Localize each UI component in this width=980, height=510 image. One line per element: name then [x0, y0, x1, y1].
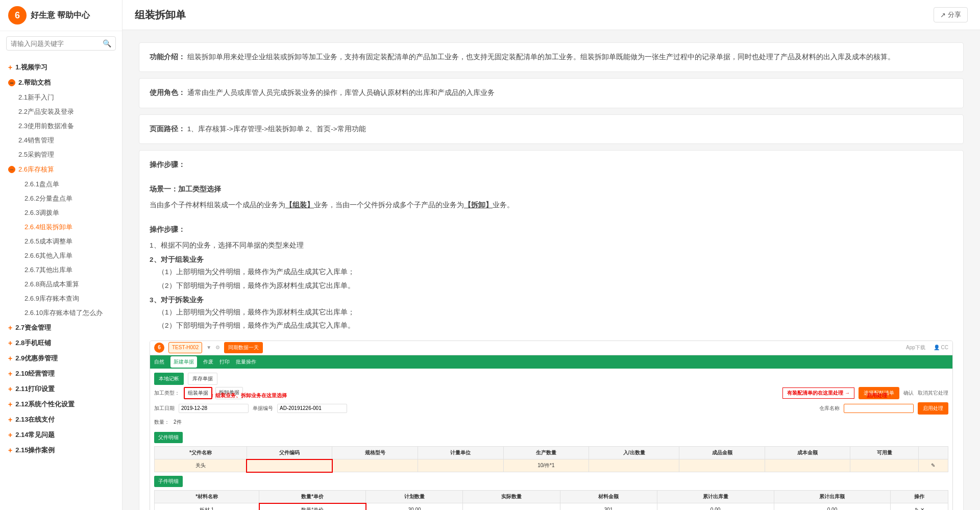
- sidebar-item-data[interactable]: 2.3使用前数据准备: [0, 119, 122, 133]
- sidebar-item-costreset[interactable]: 2.6.8商品成本重算: [0, 277, 122, 292]
- sidebar-header: 6 好生意 帮助中心: [0, 0, 122, 31]
- app-confirm-label: 确认: [903, 388, 914, 398]
- plus-icon: +: [8, 63, 12, 71]
- annotation-assembly: ↑ 组装业务、拆卸业务在这里选择: [211, 391, 287, 400]
- intro-label: 功能介绍：: [150, 53, 185, 61]
- td-action[interactable]: ✎: [918, 459, 948, 472]
- sidebar-item-finance[interactable]: + 2.7资金管理: [0, 320, 122, 335]
- step2: 2、对于组装业务: [150, 254, 953, 266]
- sidebar-item-sales[interactable]: 2.4销售管理: [0, 133, 122, 148]
- app-type-label: 加工类型：: [154, 388, 180, 398]
- search-input[interactable]: [11, 40, 103, 47]
- sidebar-item-faq[interactable]: + 2.14常见问题: [0, 427, 122, 443]
- sidebar-item-onlinepay[interactable]: + 2.13在线支付: [0, 412, 122, 427]
- th-material-name: *材料名称: [155, 490, 259, 503]
- path-body: 1、库存核算->库存管理->组装拆卸单 2、首页->常用功能: [187, 125, 366, 133]
- steps-title: 操作步骤：: [150, 159, 953, 171]
- app-nav-home[interactable]: 自然: [154, 357, 164, 367]
- app-nav-print[interactable]: 打印: [219, 357, 230, 367]
- step1: 1、根据不同的业务，选择不同单据的类型来处理: [150, 239, 953, 252]
- app-tabs: 本地记帐 库存单据: [154, 373, 948, 385]
- sidebar-item-stocktake[interactable]: 2.6.1盘点单: [0, 177, 122, 191]
- share-icon: ↗: [940, 11, 946, 19]
- app-nav-new[interactable]: 新建单据: [170, 356, 197, 368]
- sidebar-item-purchase[interactable]: 2.5采购管理: [0, 148, 122, 162]
- app-qty-label: 数量：: [154, 418, 169, 427]
- td-mat1-amt: 301: [560, 503, 657, 510]
- app-download: App下载: [906, 343, 925, 352]
- sidebar-item-label: 2.9优惠券管理: [15, 354, 58, 363]
- scene1-desc-text: 当由多个子件材料组装成一个成品的业务为【组装】业务，当由一个父件拆分成多个子产品…: [150, 201, 514, 209]
- sidebar-item-adjust[interactable]: 2.6.3调拨单: [0, 206, 122, 220]
- app-tab-local[interactable]: 本地记帐: [154, 373, 184, 385]
- app-sync-btn[interactable]: 同期数据一天: [224, 342, 263, 353]
- plus-icon-coupon: +: [8, 354, 12, 362]
- th-unit: 计量单位: [418, 446, 504, 459]
- sidebar-item-inventory[interactable]: − 2.6库存核算: [0, 162, 122, 177]
- sidebar-item-mobile[interactable]: + 2.8手机旺铺: [0, 335, 122, 351]
- search-box[interactable]: 🔍: [6, 36, 116, 51]
- app-screenshot-container: 6 TEST-H002 ▼ ⚙ 同期数据一天 App下载 👤 CC 自然 新建单…: [150, 341, 953, 510]
- sidebar-item-label: 2.7资金管理: [15, 323, 51, 332]
- role-body: 通常由生产人员或库管人员完成拆装业务的操作，库管人员确认原材料的出库和产成品的入…: [187, 89, 495, 96]
- app-upper-section: 父件明细: [154, 432, 183, 443]
- app-tab-stock[interactable]: 库存单据: [188, 373, 217, 385]
- app-process-btn[interactable]: 启用处理: [918, 402, 948, 415]
- sidebar-item-stockerror[interactable]: 2.6.10库存账本错了怎么办: [0, 306, 122, 320]
- sidebar-item-ops[interactable]: + 2.10经营管理: [0, 366, 122, 381]
- sidebar-item-new[interactable]: 2.1新手入门: [0, 90, 122, 105]
- th-op: 操作: [891, 490, 948, 503]
- app-nav-bar: 自然 新建单据 作废 打印 批量操作: [150, 355, 952, 369]
- sidebar-item-distribution[interactable]: 2.6.2分量盘点单: [0, 191, 122, 206]
- search-icon[interactable]: 🔍: [103, 39, 111, 47]
- steps-intro: 操作步骤：: [150, 224, 953, 236]
- intro-section: 功能介绍： 组装拆卸单用来处理企业组装或拆卸等加工业务，支持有固定装配清单的产品…: [139, 42, 964, 72]
- app-bill-input[interactable]: [277, 404, 347, 413]
- sidebar-item-stockcheck[interactable]: 2.6.9库存账本查询: [0, 292, 122, 306]
- app-nav-void[interactable]: 作废: [203, 357, 213, 367]
- app-alert-text: 有装配清单的在这里处理 →: [782, 387, 854, 399]
- td-spec: [332, 459, 418, 472]
- app-type-option1[interactable]: 组装单据: [184, 387, 212, 399]
- plus-icon-personalize: +: [8, 400, 12, 408]
- sidebar-item-coupon[interactable]: + 2.9优惠券管理: [0, 351, 122, 366]
- sidebar-item-video[interactable]: + 1.视频学习: [0, 60, 122, 75]
- nav-tree: + 1.视频学习 − 2.帮助文档 2.1新手入门 2.2产品安装及登录 2.3…: [0, 56, 122, 510]
- app-nav-batch[interactable]: 批量操作: [236, 357, 256, 367]
- th-plan-qty: 计划数量: [366, 490, 463, 503]
- role-section: 使用角色： 通常由生产人员或库管人员完成拆装业务的操作，库管人员确认原材料的出库…: [139, 78, 964, 108]
- td-product-amt: [679, 459, 765, 472]
- sidebar-item-personalize[interactable]: + 2.12系统个性化设置: [0, 397, 122, 412]
- sidebar-item-label: 2.14常见问题: [15, 430, 55, 440]
- sidebar-item-costadj[interactable]: 2.6.5成本调整单: [0, 234, 122, 249]
- sidebar-item-print[interactable]: + 2.11打印设置: [0, 381, 122, 397]
- th-parent-code: 父件编码: [247, 446, 332, 459]
- sidebar-item-otherin[interactable]: 2.6.6其他入库单: [0, 249, 122, 263]
- app-warehouse-input[interactable]: [844, 404, 914, 413]
- td-unit: [418, 459, 504, 472]
- td-mat1-actual: [463, 503, 560, 510]
- role-label: 使用角色：: [150, 89, 185, 96]
- app-cancel-label: 取消其它处理: [918, 388, 948, 398]
- content-area: 功能介绍： 组装拆卸单用来处理企业组装或拆卸等加工业务，支持有固定装配清单的产品…: [122, 30, 980, 510]
- sidebar-item-install[interactable]: 2.2产品安装及登录: [0, 105, 122, 119]
- role-text: 使用角色： 通常由生产人员或库管人员完成拆装业务的操作，库管人员确认原材料的出库…: [150, 87, 953, 99]
- sidebar-item-otherout[interactable]: 2.6.7其他出库单: [0, 263, 122, 277]
- td-mat1-op[interactable]: ✎ ✕: [891, 503, 948, 510]
- sidebar-item-cases[interactable]: + 2.15操作案例: [0, 443, 122, 458]
- app-date-label: 加工日期: [154, 404, 175, 413]
- plus-icon-ops: +: [8, 370, 12, 378]
- intro-body: 组装拆卸单用来处理企业组装或拆卸等加工业务，支持有固定装配清单的产品加工业务，也…: [187, 53, 895, 61]
- app-content: 本地记帐 库存单据 加工类型： 组装单据 拆卸单据 有装配清单的在这里处理 →: [150, 369, 952, 510]
- sidebar-item-label: 1.视频学习: [15, 63, 47, 72]
- main-area: 组装拆卸单 ↗ 分享 功能介绍： 组装拆卸单用来处理企业组装或拆卸等加工业务，支…: [122, 0, 980, 510]
- th-available: 可用量: [850, 446, 918, 459]
- app-date-input[interactable]: [179, 404, 249, 413]
- share-button[interactable]: ↗ 分享: [934, 7, 968, 22]
- table-row: 关头 10/件*1 ✎: [155, 459, 948, 472]
- app-lower-section: 子件明细: [154, 476, 183, 487]
- sidebar-item-assembly[interactable]: 2.6.4组装拆卸单: [0, 220, 122, 234]
- plus-icon-finance: +: [8, 324, 12, 332]
- sidebar-item-docs[interactable]: − 2.帮助文档: [0, 75, 122, 90]
- sidebar-item-label: 2.12系统个性化设置: [15, 400, 75, 409]
